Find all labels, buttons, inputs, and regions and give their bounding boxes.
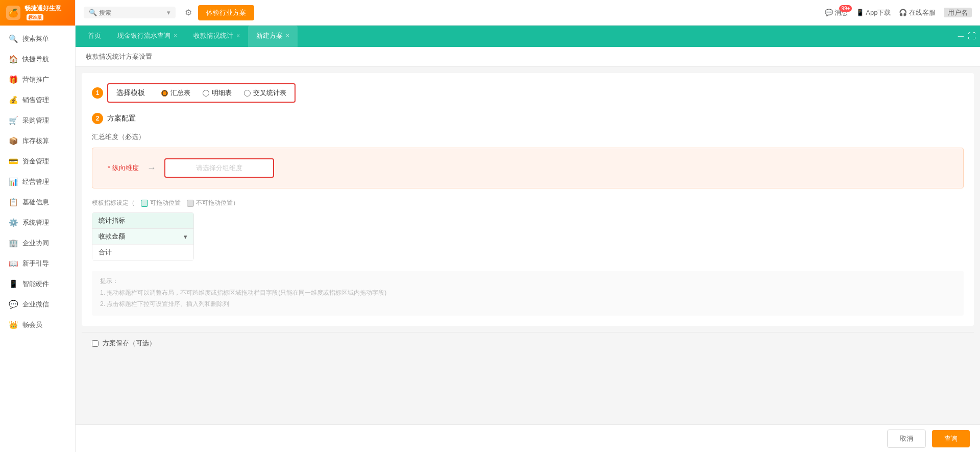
radio-detail[interactable]: 明细表 [203, 88, 232, 98]
sidebar-item-label: 系统管理 [22, 218, 49, 227]
sidebar-item-basic-info[interactable]: 📋 基础信息 [0, 192, 75, 212]
sidebar-item-inventory[interactable]: 📦 库存核算 [0, 131, 75, 151]
tabbar-actions: ─ ⛶ [958, 26, 976, 47]
tab-maximize-icon[interactable]: ⛶ [968, 32, 976, 41]
tips-area: 提示： 1. 拖动标题栏可以调整布局，不可跨维度或指标区域拖动栏目字段(只能在同… [92, 271, 964, 316]
sidebar-item-quick-nav[interactable]: 🏠 快捷导航 [0, 49, 75, 69]
tab-collection-stats[interactable]: 收款情况统计 × [185, 26, 248, 47]
metrics-section: 模板指标设定（ 可拖动位置 不可拖动位置） 统计指标 收 [92, 199, 964, 260]
tips-item-2: 2. 点击标题栏下拉可设置排序、插入列和删除列 [100, 299, 955, 310]
operations-icon: 📊 [8, 177, 18, 187]
sidebar-item-smart-hw[interactable]: 📱 智能硬件 [0, 274, 75, 294]
sidebar-item-label: 营销推广 [22, 75, 49, 84]
radio-summary-input[interactable] [161, 90, 168, 97]
trial-industry-button[interactable]: 体验行业方案 [198, 5, 254, 20]
notification-badge: 99+ [839, 5, 852, 12]
dimension-area: 纵向维度 → 请选择分组维度 [92, 148, 964, 188]
movable-hint-label: 可拖动位置 [150, 199, 181, 207]
sidebar-item-label: 采购管理 [22, 116, 49, 125]
user-avatar: 用户名 [944, 8, 972, 17]
marketing-icon: 🎁 [8, 75, 18, 85]
save-checkbox[interactable] [92, 340, 99, 347]
notification-button[interactable]: 💬 消息 99+ [825, 8, 848, 17]
query-button[interactable]: 查询 [932, 430, 970, 447]
form-section: 1 选择模板 汇总表 明细表 交叉统计表 [82, 73, 974, 326]
save-option-row: 方案保存（可选） [82, 332, 974, 354]
fixed-dot [187, 200, 194, 207]
cancel-button[interactable]: 取消 [887, 430, 926, 448]
gear-icon[interactable]: ⚙ [185, 8, 192, 17]
sidebar-item-search-menu[interactable]: 🔍 搜索菜单 [0, 29, 75, 49]
fixed-hint: 不可拖动位置） [187, 199, 239, 207]
tab-cash-bank-label: 现金银行流水查询 [117, 31, 170, 40]
stats-sub-row: 合计 [92, 244, 193, 260]
sidebar-item-label: 搜索菜单 [22, 34, 49, 43]
stats-metric-row[interactable]: 收款金额 ▾ [92, 229, 193, 244]
tab-new-plan-label: 新建方案 [256, 31, 283, 40]
sidebar-item-operations[interactable]: 📊 经营管理 [0, 172, 75, 192]
quick-nav-icon: 🏠 [8, 54, 18, 64]
tab-new-plan[interactable]: 新建方案 × [248, 26, 298, 47]
sidebar-item-label: 快捷导航 [22, 55, 49, 64]
member-icon: 👑 [8, 320, 18, 330]
message-icon: 💬 [825, 9, 833, 16]
sidebar-item-guide[interactable]: 📖 新手引导 [0, 253, 75, 274]
system-icon: ⚙️ [8, 218, 18, 228]
tab-home[interactable]: 首页 [80, 26, 109, 47]
online-support-button[interactable]: 🎧 在线客服 [899, 8, 936, 17]
sidebar-item-enterprise[interactable]: 🏢 企业协同 [0, 233, 75, 253]
sidebar-item-label: 智能硬件 [22, 279, 49, 289]
dimension-placeholder-text: 请选择分组维度 [196, 164, 242, 172]
sidebar-item-label: 资金管理 [22, 157, 49, 166]
wechat-icon: 💬 [8, 299, 18, 310]
sidebar-item-label: 企业协同 [22, 239, 49, 248]
sidebar-item-label: 企业微信 [22, 300, 49, 309]
download-icon: 📱 [856, 9, 864, 16]
radio-detail-label: 明细表 [212, 88, 232, 98]
save-option-label[interactable]: 方案保存（可选） [103, 339, 156, 348]
tab-collection-stats-close[interactable]: × [236, 32, 240, 39]
tab-cash-bank-close[interactable]: × [174, 32, 177, 39]
step2-row: 2 方案配置 [92, 113, 964, 124]
search-input[interactable] [99, 9, 165, 16]
logo-text: 畅捷通好生意 [24, 5, 61, 13]
sidebar-item-wechat[interactable]: 💬 企业微信 [0, 294, 75, 315]
sidebar-item-purchase[interactable]: 🛒 采购管理 [0, 110, 75, 131]
radio-summary[interactable]: 汇总表 [161, 88, 190, 98]
step1-row: 1 选择模板 汇总表 明细表 交叉统计表 [92, 83, 964, 103]
enterprise-icon: 🏢 [8, 238, 18, 248]
radio-cross-input[interactable] [244, 90, 251, 97]
search-box[interactable]: 🔍 ▾ [84, 7, 176, 18]
app-download-button[interactable]: 📱 App下载 [856, 8, 891, 17]
sidebar-item-system[interactable]: ⚙️ 系统管理 [0, 212, 75, 233]
movable-dot [141, 200, 148, 207]
sidebar-item-label: 库存核算 [22, 136, 49, 146]
sidebar-item-sales[interactable]: 💰 销售管理 [0, 90, 75, 110]
step1-number: 1 [92, 87, 103, 99]
dimension-section-label: 汇总维度（必选） [92, 132, 964, 141]
template-selection-box: 选择模板 汇总表 明细表 交叉统计表 [107, 83, 296, 103]
dimension-placeholder-select[interactable]: 请选择分组维度 [164, 158, 274, 178]
user-info[interactable]: 用户名 [944, 8, 972, 17]
radio-detail-input[interactable] [203, 90, 209, 97]
sidebar-item-label: 经营管理 [22, 177, 49, 186]
dimension-row: 纵向维度 → 请选择分组维度 [108, 158, 948, 178]
stats-metric-label: 收款金额 [99, 232, 180, 241]
main-area: 🔍 ▾ ⚙ 体验行业方案 💬 消息 99+ 📱 App下载 🎧 在线客服 用户名 [76, 0, 980, 452]
config-area: 汇总维度（必选） 纵向维度 → 请选择分组维度 模板指标设定（ [92, 132, 964, 316]
radio-cross[interactable]: 交叉统计表 [244, 88, 286, 98]
sidebar-item-finance[interactable]: 💳 资金管理 [0, 151, 75, 172]
tab-minimize-icon[interactable]: ─ [958, 32, 964, 41]
inventory-icon: 📦 [8, 136, 18, 146]
metrics-section-title: 模板指标设定（ [92, 199, 135, 207]
stats-dropdown-icon[interactable]: ▾ [184, 233, 187, 241]
tab-cash-bank[interactable]: 现金银行流水查询 × [109, 26, 185, 47]
sidebar-item-marketing[interactable]: 🎁 营销推广 [0, 69, 75, 90]
breadcrumb: 收款情况统计方案设置 [76, 47, 980, 67]
tab-new-plan-close[interactable]: × [286, 32, 289, 39]
sidebar-item-member[interactable]: 👑 畅会员 [0, 315, 75, 335]
vertical-dimension-label: 纵向维度 [108, 163, 139, 173]
chevron-down-icon[interactable]: ▾ [167, 9, 170, 16]
sidebar-item-label: 新手引导 [22, 259, 49, 268]
sidebar: 🍊 畅捷通好生意 标准版 🔍 搜索菜单 🏠 快捷导航 🎁 营销推广 💰 销售管理… [0, 0, 76, 452]
